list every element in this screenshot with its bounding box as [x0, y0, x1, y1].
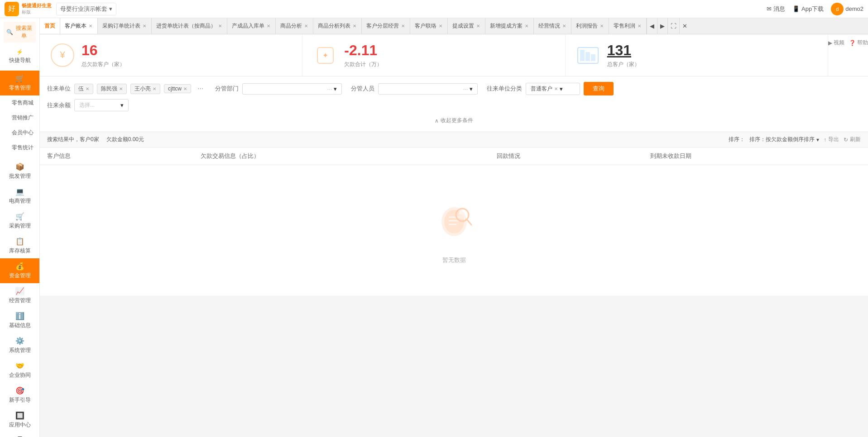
sidebar-item-marketing[interactable]: 营销推广	[0, 110, 39, 125]
tab-stock-stats[interactable]: 进货单统计表（按商品） ✕	[152, 18, 227, 34]
sidebar-item-inventory[interactable]: 📋 库存核算	[0, 233, 39, 258]
export-button[interactable]: ↑ 导出	[824, 136, 839, 143]
col-customer-info: 客户信息	[40, 147, 193, 165]
tab-close-cost-in[interactable]: ✕	[266, 23, 271, 29]
stat-label-debt: 欠款合计（万）	[344, 61, 382, 68]
messages-button[interactable]: ✉ 消息	[767, 5, 785, 13]
sidebar-item-member-center[interactable]: 会员中心	[0, 125, 39, 140]
sidebar-item-operations-mgmt[interactable]: 📈 经营管理	[0, 283, 39, 308]
sidebar-item-new-guide[interactable]: 🎯 新手引导	[0, 383, 39, 408]
tab-close-new-tips-plan[interactable]: ✕	[524, 23, 529, 29]
sidebar-item-wholesale[interactable]: 📦 批发管理	[0, 159, 39, 184]
sidebar-item-ecommerce[interactable]: 💻 电商管理	[0, 184, 39, 209]
tab-close-goods-analysis[interactable]: ✕	[304, 23, 308, 29]
tab-profit-report[interactable]: 利润报告 ✕	[571, 18, 609, 34]
tab-goods-analysis[interactable]: 商品分析 ✕	[276, 18, 313, 34]
dept-filter-dropdown[interactable]: ··· ▾	[242, 83, 342, 95]
balance-filter-dropdown[interactable]: 选择... ▾	[74, 99, 129, 111]
system-icon: ⚙️	[15, 337, 24, 345]
tab-close-operations[interactable]: ✕	[562, 23, 566, 29]
tab-close-customer-contact[interactable]: ✕	[438, 23, 443, 29]
tab-nav-next[interactable]: ▶	[657, 18, 667, 34]
filter-tag-wang: 王小亮 ✕	[130, 84, 160, 94]
empty-state-cell: 暂无数据	[40, 165, 868, 296]
tab-cost-in[interactable]: 产成品入库单 ✕	[227, 18, 276, 34]
unit-cat-filter-dropdown[interactable]: 普通客户 ✕ ▾	[526, 83, 580, 95]
finance-icon: 💰	[15, 262, 24, 271]
sidebar-item-system[interactable]: ⚙️ 系统管理	[0, 333, 39, 358]
sidebar-item-app-center[interactable]: 🔲 应用中心	[0, 408, 39, 432]
video-icon: ▶	[828, 40, 832, 46]
results-bar: 搜索结果中，客户0家 欠款金额0.00元 排序： 排序：按欠款金额倒序排序 ▾ …	[40, 132, 868, 147]
collapse-button[interactable]: ∧ 收起更多条件	[47, 115, 861, 126]
filter-tag-chen-close[interactable]: ✕	[119, 86, 123, 91]
svg-text:✦: ✦	[322, 52, 328, 59]
person-filter-dropdown[interactable]: ··· ▾	[378, 83, 478, 95]
tab-customer-tier[interactable]: 客户分层经营 ✕	[362, 18, 410, 34]
tab-close-tips-settings[interactable]: ✕	[476, 23, 480, 29]
filter-tag-wu: 伍 ✕	[74, 84, 93, 94]
tab-operations[interactable]: 经营情况 ✕	[534, 18, 571, 34]
sidebar-item-retail-stats[interactable]: 零售统计	[0, 140, 39, 155]
filter-tag-chen: 陈民强 ✕	[97, 84, 127, 94]
stat-number-customers: 16	[82, 42, 125, 59]
sidebar-item-finance[interactable]: 💰 资金管理	[0, 258, 39, 283]
sidebar-item-basic-info[interactable]: ℹ️ 基础信息	[0, 308, 39, 333]
chevron-up-icon: ∧	[435, 118, 439, 124]
tab-customer-contact[interactable]: 客户联络 ✕	[410, 18, 448, 34]
tab-close-customer-tier[interactable]: ✕	[401, 23, 405, 29]
unit-cat-tag-close[interactable]: ✕	[554, 86, 558, 91]
video-link[interactable]: ▶ 视频	[828, 39, 844, 47]
quick-nav-button[interactable]: ⚡ 快捷导航	[0, 46, 39, 67]
col-debt-trade-info: 欠款交易信息（占比）	[193, 147, 489, 165]
search-menu-button[interactable]: 🔍 搜索菜单	[4, 22, 36, 43]
tab-close-purchase-orders[interactable]: ✕	[142, 23, 147, 29]
col-repayment-status: 回款情况	[489, 147, 643, 165]
stat-number-total: 131	[607, 42, 640, 59]
stat-label-customers: 总欠款客户（家）	[82, 61, 125, 68]
tab-close-customers[interactable]: ✕	[88, 23, 93, 29]
user-profile[interactable]: d demo2	[831, 3, 863, 15]
logo-icon: 好	[5, 2, 19, 16]
refresh-button[interactable]: ↻ 刷新	[844, 136, 861, 143]
tab-bar: 首页 客户账本 ✕ 采购订单统计表 ✕ 进货单统计表（按商品） ✕ 产成品入库单…	[40, 18, 868, 34]
tab-close-stock-stats[interactable]: ✕	[218, 23, 222, 29]
filter-row-2: 往来余额 选择... ▾	[47, 99, 861, 111]
help-link[interactable]: ❓ 帮助	[849, 39, 868, 47]
filter-more-tags[interactable]: ···	[195, 84, 206, 94]
tab-tips-settings[interactable]: 提成设置 ✕	[448, 18, 485, 34]
sidebar-item-enterprise-collab[interactable]: 🤝 企业协同	[0, 358, 39, 383]
stat-card-customers: ¥ 16 总欠款客户（家）	[40, 34, 302, 76]
query-button[interactable]: 查询	[584, 82, 614, 95]
industry-dropdown[interactable]: 母婴行业演示帐套 ▾	[56, 3, 116, 15]
unit-filter-label: 往来单位	[47, 85, 71, 93]
tab-goods-analysis-list[interactable]: 商品分析列表 ✕	[313, 18, 362, 34]
tab-customers[interactable]: 客户账本 ✕	[60, 18, 98, 34]
sidebar-item-retail-mall[interactable]: 零售商城	[0, 95, 39, 110]
filter-tag-cjttcw-close[interactable]: ✕	[183, 86, 187, 91]
tab-nav-maximize[interactable]: ⛶	[667, 18, 679, 34]
sidebar-item-enterprise-wechat[interactable]: 💬 企业微信	[0, 432, 39, 437]
message-icon: ✉	[767, 5, 772, 12]
chevron-down-icon: ▾	[109, 5, 112, 12]
tab-close-profit-report[interactable]: ✕	[599, 23, 604, 29]
tab-purchase-orders[interactable]: 采购订单统计表 ✕	[98, 18, 152, 34]
tab-new-tips-plan[interactable]: 新增提成方案 ✕	[485, 18, 534, 34]
tab-close-goods-analysis-list[interactable]: ✕	[352, 23, 357, 29]
logo-area: 好 畅捷通好生意 标版	[5, 2, 52, 16]
tab-home[interactable]: 首页	[40, 18, 60, 34]
sort-dropdown[interactable]: 排序：按欠款金额倒序排序 ▾	[749, 136, 819, 143]
filter-tag-wu-close[interactable]: ✕	[86, 86, 89, 91]
tab-close-retail-profit[interactable]: ✕	[637, 23, 642, 29]
sidebar-item-retail-mgmt[interactable]: 🛒 零售管理	[0, 71, 39, 95]
person-chevron-icon: ▾	[470, 86, 473, 92]
sidebar-item-purchase[interactable]: 🛒 采购管理	[0, 209, 39, 233]
filter-tag-wang-close[interactable]: ✕	[153, 86, 156, 91]
tab-retail-profit[interactable]: 零售利润 ✕	[609, 18, 647, 34]
tab-nav-close-all[interactable]: ✕	[679, 18, 690, 34]
app-download-button[interactable]: 📱 App下载	[792, 5, 824, 13]
svg-line-15	[467, 220, 471, 225]
stat-label-total: 总客户（家）	[607, 61, 640, 68]
tab-nav-prev[interactable]: ◀	[647, 18, 657, 34]
search-icon: 🔍	[6, 29, 13, 35]
